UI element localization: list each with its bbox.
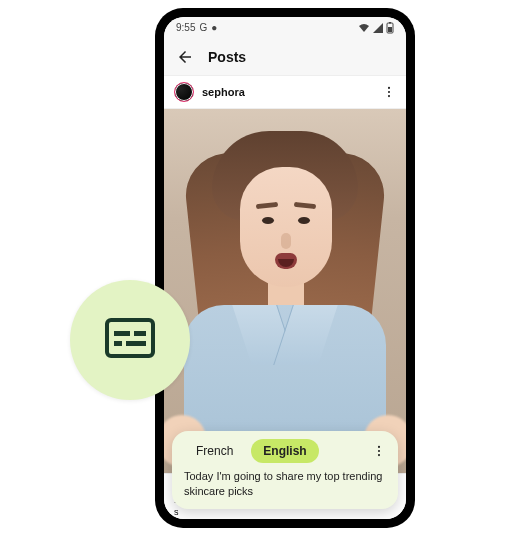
svg-rect-1 (388, 27, 392, 32)
phone-frame: 9:55 G ● Posts (155, 8, 415, 528)
header-title: Posts (208, 49, 246, 65)
live-caption-card: French English Today I'm going to share … (172, 431, 398, 509)
back-arrow-icon[interactable] (176, 48, 194, 66)
language-row: French English (184, 439, 386, 463)
person-illustration (164, 109, 406, 473)
svg-point-4 (388, 90, 390, 92)
svg-rect-10 (114, 331, 130, 336)
dot-icon: ● (211, 22, 217, 33)
svg-rect-12 (114, 341, 122, 346)
post-header: sephora (164, 75, 406, 109)
status-time: 9:55 (176, 22, 195, 33)
app-header: Posts (164, 39, 406, 75)
svg-rect-11 (134, 331, 146, 336)
language-english[interactable]: English (251, 439, 318, 463)
svg-rect-13 (126, 341, 146, 346)
caption-more-icon[interactable] (372, 444, 386, 458)
svg-point-8 (378, 454, 380, 456)
google-icon: G (199, 22, 207, 33)
status-bar: 9:55 G ● (164, 17, 406, 39)
live-caption-badge (70, 280, 190, 400)
avatar[interactable] (174, 82, 194, 102)
signal-icon (373, 23, 383, 33)
captions-icon (104, 317, 156, 363)
more-options-icon[interactable] (382, 85, 396, 99)
svg-point-7 (378, 450, 380, 452)
svg-rect-9 (107, 320, 153, 356)
phone-screen: 9:55 G ● Posts (164, 17, 406, 519)
language-french[interactable]: French (184, 439, 245, 463)
svg-rect-2 (389, 22, 391, 24)
wifi-icon (358, 23, 370, 33)
svg-point-3 (388, 86, 390, 88)
post-username[interactable]: sephora (202, 86, 374, 98)
post-media[interactable] (164, 109, 406, 473)
caption-text: Today I'm going to share my top trending… (184, 469, 386, 499)
svg-point-5 (388, 95, 390, 97)
svg-point-6 (378, 446, 380, 448)
battery-icon (386, 22, 394, 34)
